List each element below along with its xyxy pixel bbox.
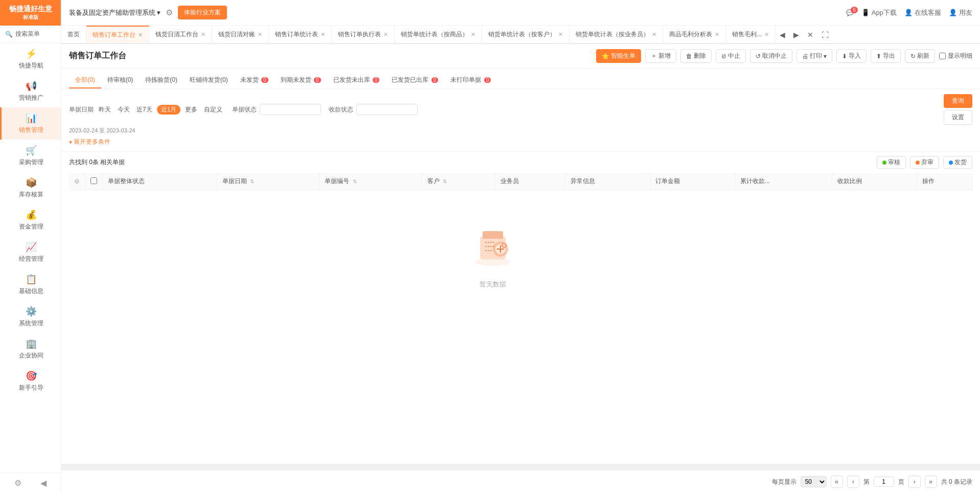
sidebar-item-sales[interactable]: 📊 销售管理 (0, 107, 61, 140)
sub-tab-shipped-not-in[interactable]: 已发货未出库 0 (327, 73, 386, 88)
sub-tab-not-printed[interactable]: 未打印单据 0 (444, 73, 497, 88)
date-opt-1month[interactable]: 近1月 (157, 105, 181, 115)
export-button[interactable]: ⬆ 导出 (871, 49, 901, 63)
tab-close-icon[interactable]: ✕ (138, 32, 143, 38)
horizontal-scrollbar[interactable] (61, 464, 980, 470)
col-bill-status[interactable]: 单据整体状态 (103, 173, 217, 190)
date-opt-today[interactable]: 今天 (116, 104, 132, 115)
date-opt-7days[interactable]: 近7天 (134, 104, 154, 115)
payment-status-select[interactable] (356, 104, 418, 115)
sidebar-item-beginner[interactable]: 🎯 新手引导 (0, 365, 61, 397)
tab-close-icon[interactable]: ✕ (764, 31, 769, 38)
tab-nav-next[interactable]: ▶ (789, 26, 803, 44)
tab-home[interactable]: 首页 (61, 26, 86, 44)
tab-cash-daily[interactable]: 钱货日清工作台 ✕ (149, 26, 212, 44)
col-collect-ratio[interactable]: 收款比例 (832, 173, 917, 190)
tab-nav-prev[interactable]: ◀ (776, 26, 789, 44)
tab-close-icon[interactable]: ✕ (383, 31, 388, 38)
message-icon-wrapper[interactable]: 💬 6 (846, 9, 854, 16)
tab-close-icon[interactable]: ✕ (201, 31, 206, 38)
import-button[interactable]: ⬇ 导入 (836, 49, 867, 63)
date-opt-more[interactable]: 更多 (183, 104, 199, 115)
expand-conditions-btn[interactable]: ▾ 展开更多条件 (69, 138, 110, 146)
ship-button[interactable]: 发货 (943, 156, 972, 169)
tab-close-icon[interactable]: ✕ (321, 31, 325, 38)
sidebar-item-purchase[interactable]: 🛒 采购管理 (0, 140, 61, 172)
col-order-amount[interactable]: 订单金额 (650, 173, 735, 190)
last-page-btn[interactable]: » (925, 476, 937, 488)
tab-product-margin[interactable]: 商品毛利分析表 ✕ (663, 26, 726, 44)
tab-sales-exec[interactable]: 销售订单执行表 ✕ (332, 26, 395, 44)
empty-illustration (467, 221, 518, 272)
col-abnormal[interactable]: 异常信息 (565, 173, 650, 190)
date-opt-custom[interactable]: 自定义 (202, 104, 224, 115)
user-menu-btn[interactable]: 👤 用友 (949, 8, 972, 17)
tab-close-all[interactable]: ✕ (803, 26, 817, 44)
tab-sales-workbench[interactable]: 销售订单工作台 ✕ (86, 26, 149, 44)
cancel-stop-button[interactable]: ↺ 取消中止 (750, 49, 792, 63)
tab-close-icon[interactable]: ✕ (652, 31, 656, 38)
sidebar-item-finance[interactable]: 💰 资金管理 (0, 204, 61, 236)
col-salesman[interactable]: 业务员 (495, 173, 565, 190)
collapse-sidebar-icon[interactable]: ◀ (40, 478, 47, 488)
first-page-btn[interactable]: « (831, 476, 843, 488)
print-button[interactable]: 🖨 打印 ▾ (796, 49, 832, 63)
col-bill-no[interactable]: 单据编号 ⇅ (320, 173, 422, 190)
query-button[interactable]: 查询 (944, 94, 972, 108)
sub-tab-wangpu[interactable]: 旺铺待发货(0) (184, 73, 234, 88)
industry-plan-button[interactable]: 体验行业方案 (178, 6, 227, 19)
sub-tab-expired[interactable]: 到期未发货 0 (275, 73, 327, 88)
settings-icon[interactable]: ⚙ (166, 8, 173, 17)
tab-sales-more[interactable]: 销售毛利... ✕ (726, 26, 776, 44)
bill-status-select[interactable] (260, 104, 321, 115)
sub-tab-all[interactable]: 全部(0) (69, 73, 101, 88)
settings-bottom-icon[interactable]: ⚙ (14, 478, 21, 488)
col-customer[interactable]: 客户 ⇅ (422, 173, 495, 190)
col-bill-date[interactable]: 单据日期 ⇅ (217, 173, 320, 190)
smart-create-button[interactable]: ⭐ 智能生单 (596, 49, 641, 63)
search-menu[interactable]: 🔍 搜索菜单 (0, 26, 61, 43)
prev-page-btn[interactable]: ‹ (847, 476, 859, 488)
tab-sales-product[interactable]: 销货单统计表（按商品） ✕ (395, 26, 482, 44)
app-download-btn[interactable]: 📱 App下载 (861, 8, 897, 17)
show-detail-checkbox[interactable]: 显示明细 (939, 52, 972, 60)
next-page-btn[interactable]: › (908, 476, 921, 488)
show-detail-input[interactable] (939, 53, 946, 59)
tab-close-icon[interactable]: ✕ (715, 31, 719, 38)
sub-tab-pending-review[interactable]: 待审核(0) (101, 73, 140, 88)
page-number-input[interactable] (874, 477, 894, 487)
tab-sales-staff[interactable]: 销货单统计表（按业务员） ✕ (569, 26, 663, 44)
date-opt-yesterday[interactable]: 昨天 (97, 104, 113, 115)
table-checkbox-header[interactable] (85, 173, 103, 190)
tab-cash-reconcile[interactable]: 钱货日清对账 ✕ (212, 26, 269, 44)
tab-close-icon[interactable]: ✕ (558, 31, 563, 38)
sidebar-item-basic-info[interactable]: 📋 基础信息 (0, 268, 61, 301)
sidebar-item-operation[interactable]: 📈 经营管理 (0, 236, 61, 268)
settings-button[interactable]: 设置 (944, 110, 972, 125)
col-collected[interactable]: 累计收款... (735, 173, 832, 190)
online-service-btn[interactable]: 👤 在线客服 (904, 8, 941, 17)
sidebar-item-enterprise[interactable]: 🏢 企业协同 (0, 333, 61, 365)
tab-sales-customer[interactable]: 销货单统计表（按客户） ✕ (482, 26, 569, 44)
sidebar-item-quick-nav[interactable]: ⚡ 快捷导航 (0, 43, 61, 75)
sub-tab-pending-inspect[interactable]: 待拣验货(0) (139, 73, 184, 88)
stop-button[interactable]: ⊘ 中止 (716, 49, 746, 63)
sidebar-item-sys-mgmt[interactable]: ⚙️ 系统管理 (0, 301, 61, 333)
refresh-button[interactable]: ↻ 刷新 (905, 49, 935, 63)
cancel-review-button[interactable]: 弃审 (910, 156, 939, 169)
page-size-select[interactable]: 10 20 50 100 (801, 476, 827, 487)
new-button[interactable]: ＋ 新增 (645, 49, 676, 63)
system-name[interactable]: 装备及固定资产辅助管理系统 ▾ (69, 8, 161, 17)
tab-sales-stats[interactable]: 销售订单统计表 ✕ (269, 26, 332, 44)
select-all-checkbox[interactable] (90, 177, 97, 184)
review-button[interactable]: 审核 (877, 156, 906, 169)
sidebar-item-inventory[interactable]: 📦 库存核算 (0, 172, 61, 204)
tab-close-icon[interactable]: ✕ (471, 31, 475, 38)
sub-tab-not-shipped[interactable]: 未发货 0 (234, 73, 275, 88)
sub-tab-shipped-in[interactable]: 已发货已出库 0 (385, 73, 444, 88)
tab-close-icon[interactable]: ✕ (258, 31, 262, 38)
tab-fullscreen[interactable]: ⛶ (817, 26, 833, 44)
table-config-header[interactable]: ⚙ (69, 173, 85, 190)
delete-button[interactable]: 🗑 删除 (680, 49, 712, 63)
sidebar-item-marketing[interactable]: 📢 营销推广 (0, 75, 61, 107)
